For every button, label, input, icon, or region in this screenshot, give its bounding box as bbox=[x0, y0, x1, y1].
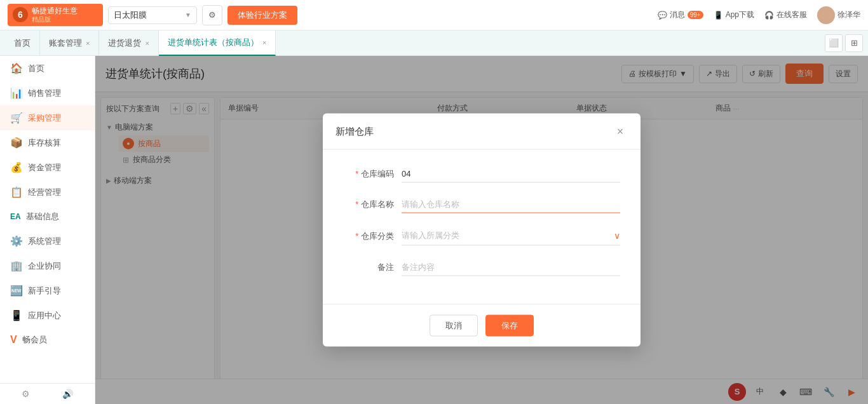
select-arrow-icon: ∨ bbox=[614, 231, 620, 241]
tab-close-purchase-stats[interactable]: × bbox=[262, 39, 266, 46]
tab-close-purchase-returns[interactable]: × bbox=[145, 39, 149, 47]
sidebar-item-enterprise[interactable]: 🏢 企业协同 bbox=[0, 253, 95, 278]
logo-icon: 6 bbox=[13, 7, 28, 22]
sidebar-sound-icon[interactable]: 🔊 bbox=[62, 389, 73, 399]
dialog-title: 新增仓库 bbox=[336, 125, 374, 137]
warehouse-name-input[interactable] bbox=[402, 196, 620, 213]
sidebar-item-vip[interactable]: V 畅会员 bbox=[0, 328, 95, 352]
sidebar-item-basic-info[interactable]: EA 基础信息 bbox=[0, 205, 95, 229]
app-center-icon: 📱 bbox=[10, 309, 23, 321]
sidebar-item-finance[interactable]: 💰 资金管理 bbox=[0, 155, 95, 180]
app-download-button[interactable]: 📱 App下载 bbox=[714, 10, 754, 20]
tab-accounts[interactable]: 账套管理 × bbox=[40, 30, 99, 56]
tab-purchase-returns[interactable]: 进货退货 × bbox=[99, 30, 158, 56]
tab-expand-button[interactable]: ⊞ bbox=[845, 34, 863, 52]
content-area: 进货单统计(按商品) 🖨 按模板打印 ▼ ↗ 导出 ↺ 刷新 查询 设置 bbox=[95, 56, 868, 404]
logo-text: 畅捷通好生意 精品版 bbox=[32, 6, 78, 23]
sidebar-item-home[interactable]: 🏠 首页 bbox=[0, 56, 95, 81]
avatar bbox=[817, 6, 835, 24]
tab-close-accounts[interactable]: × bbox=[86, 39, 90, 47]
beginner-icon: 🆕 bbox=[10, 285, 23, 297]
sidebar-item-purchase[interactable]: 🛒 采购管理 bbox=[0, 105, 95, 130]
dialog-footer: 取消 保存 bbox=[323, 304, 641, 347]
finance-icon: 💰 bbox=[10, 161, 23, 173]
sidebar-settings-icon[interactable]: ⚙ bbox=[22, 389, 30, 399]
cancel-button[interactable]: 取消 bbox=[430, 315, 478, 337]
operations-icon: 📋 bbox=[10, 186, 23, 198]
messages-button[interactable]: 💬 消息 99+ bbox=[658, 10, 703, 20]
home-icon: 🏠 bbox=[10, 62, 23, 74]
top-header: 6 畅捷通好生意 精品版 日太阳膜 ▼ ⚙ 体验行业方案 💬 消息 99+ 📱 … bbox=[0, 0, 868, 30]
vip-icon: V bbox=[10, 334, 17, 346]
dialog-body: 仓库编码 仓库名称 仓库分类 请输入所属分类 ∨ bbox=[323, 150, 641, 304]
sidebar-item-beginner[interactable]: 🆕 新手引导 bbox=[0, 278, 95, 303]
headset-icon: 🎧 bbox=[764, 11, 774, 20]
inventory-icon: 📦 bbox=[10, 137, 23, 149]
user-profile[interactable]: 徐泽华 bbox=[817, 6, 860, 24]
sidebar: 🏠 首页 📊 销售管理 🛒 采购管理 📦 库存核算 💰 资金管理 📋 经营管理 … bbox=[0, 56, 95, 404]
chevron-down-icon: ▼ bbox=[185, 11, 191, 18]
dialog-header: 新增仓库 × bbox=[323, 114, 641, 150]
enterprise-icon: 🏢 bbox=[10, 260, 23, 272]
new-warehouse-dialog: 新增仓库 × 仓库编码 仓库名称 仓库分类 请输入所属分 bbox=[323, 114, 641, 347]
sidebar-item-app-center[interactable]: 📱 应用中心 bbox=[0, 303, 95, 328]
store-selector[interactable]: 日太阳膜 ▼ bbox=[108, 6, 197, 24]
settings-gear-icon[interactable]: ⚙ bbox=[202, 5, 222, 25]
sidebar-item-inventory[interactable]: 📦 库存核算 bbox=[0, 130, 95, 155]
warehouse-name-row: 仓库名称 bbox=[343, 196, 620, 213]
remarks-input[interactable] bbox=[402, 259, 620, 276]
header-right: 💬 消息 99+ 📱 App下载 🎧 在线客服 徐泽华 bbox=[658, 6, 860, 24]
tab-purchase-stats[interactable]: 进货单统计表（按商品） × bbox=[159, 30, 276, 56]
sidebar-bottom: ⚙ 🔊 bbox=[0, 383, 95, 404]
remarks-row: 备注 bbox=[343, 259, 620, 276]
trial-button[interactable]: 体验行业方案 bbox=[227, 6, 297, 25]
warehouse-category-select[interactable]: 请输入所属分类 ∨ bbox=[402, 226, 620, 246]
message-icon: 💬 bbox=[658, 11, 667, 20]
message-badge: 99+ bbox=[688, 11, 703, 19]
tab-restore-button[interactable]: ⬜ bbox=[825, 34, 843, 52]
sales-icon: 📊 bbox=[10, 87, 23, 99]
customer-service-button[interactable]: 🎧 在线客服 bbox=[764, 10, 807, 20]
system-icon: ⚙️ bbox=[10, 235, 23, 247]
warehouse-code-label: 仓库编码 bbox=[343, 168, 394, 180]
save-button[interactable]: 保存 bbox=[485, 315, 534, 337]
warehouse-name-label: 仓库名称 bbox=[343, 199, 394, 210]
basic-info-icon: EA bbox=[10, 212, 21, 221]
tab-bar: 首页 账套管理 × 进货退货 × 进货单统计表（按商品） × ⬜ ⊞ bbox=[0, 30, 868, 56]
tab-actions: ⬜ ⊞ bbox=[825, 34, 863, 52]
warehouse-category-label: 仓库分类 bbox=[343, 230, 394, 241]
logo-area: 6 畅捷通好生意 精品版 bbox=[8, 4, 103, 25]
phone-icon: 📱 bbox=[714, 11, 723, 20]
purchase-icon: 🛒 bbox=[10, 112, 23, 124]
tab-home[interactable]: 首页 bbox=[5, 30, 40, 56]
main-layout: 🏠 首页 📊 销售管理 🛒 采购管理 📦 库存核算 💰 资金管理 📋 经营管理 … bbox=[0, 56, 868, 404]
sidebar-item-system[interactable]: ⚙️ 系统管理 bbox=[0, 229, 95, 253]
sidebar-item-sales[interactable]: 📊 销售管理 bbox=[0, 81, 95, 105]
warehouse-code-input[interactable] bbox=[402, 165, 620, 183]
warehouse-category-row: 仓库分类 请输入所属分类 ∨ bbox=[343, 226, 620, 246]
sidebar-item-operations[interactable]: 📋 经营管理 bbox=[0, 180, 95, 205]
remarks-label: 备注 bbox=[343, 262, 394, 273]
warehouse-code-row: 仓库编码 bbox=[343, 165, 620, 183]
dialog-close-button[interactable]: × bbox=[613, 124, 628, 139]
